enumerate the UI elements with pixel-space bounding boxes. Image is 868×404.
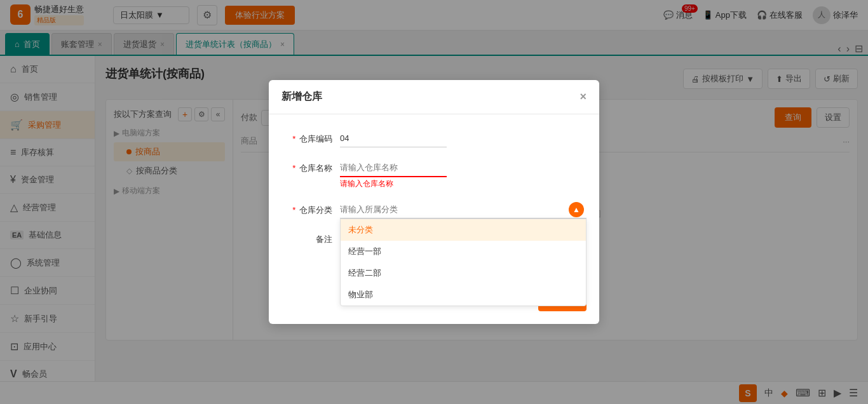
category-dropdown-list: 未分类 经营一部 经营二部 物业部	[340, 219, 587, 306]
notes-label: 备注	[281, 230, 332, 245]
warehouse-name-input[interactable]	[340, 159, 447, 177]
dropdown-toggle-button[interactable]: ▲	[569, 202, 584, 217]
warehouse-name-label: * 仓库名称	[281, 159, 332, 174]
dialog-body: * 仓库编码 * 仓库名称 请输入仓库名称	[269, 114, 599, 290]
dropdown-item-unclassified[interactable]: 未分类	[341, 219, 586, 241]
new-warehouse-dialog: 新增仓库 × * 仓库编码 * 仓库名称	[269, 80, 599, 324]
dropdown-item-dept2[interactable]: 经营二部	[341, 262, 586, 284]
dialog-title: 新增仓库	[281, 90, 322, 104]
warehouse-code-row: * 仓库编码	[281, 130, 587, 147]
warehouse-category-row: * 仓库分类 ▲ 未分类 经营一部 经营二部 物业部	[281, 201, 587, 219]
warehouse-code-input[interactable]	[340, 130, 447, 147]
category-dropdown-wrapper: ▲ 未分类 经营一部 经营二部 物业部	[340, 201, 587, 219]
modal-overlay[interactable]: 新增仓库 × * 仓库编码 * 仓库名称	[0, 0, 868, 404]
warehouse-name-row: * 仓库名称 请输入仓库名称	[281, 159, 587, 189]
warehouse-category-label: * 仓库分类	[281, 201, 332, 216]
dropdown-item-dept1[interactable]: 经营一部	[341, 241, 586, 262]
dropdown-item-property[interactable]: 物业部	[341, 284, 586, 306]
category-input[interactable]	[340, 201, 587, 219]
warehouse-code-label: * 仓库编码	[281, 130, 332, 145]
dialog-close-button[interactable]: ×	[580, 90, 587, 104]
dialog-header: 新增仓库 ×	[269, 80, 599, 114]
warehouse-name-error: 请输入仓库名称	[340, 178, 587, 189]
